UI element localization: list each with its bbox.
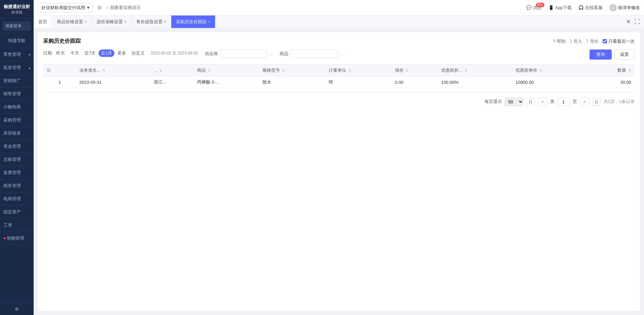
th-unit[interactable]: 计量单位 ⇅: [325, 65, 392, 76]
tab-purchase-history-close[interactable]: ×: [208, 20, 210, 24]
pagination-prev-button[interactable]: ＜: [538, 97, 547, 106]
pagination-page-label: 第: [550, 99, 554, 105]
td-spec: 散水: [259, 76, 325, 88]
goods-input[interactable]: [290, 49, 337, 58]
quick-nav-item[interactable]: 快捷导航: [0, 34, 34, 48]
search-menu-button[interactable]: 搜索菜单: [3, 22, 31, 31]
supplier-input[interactable]: [220, 49, 267, 58]
sidebar-item-label-salary: 工资: [3, 222, 12, 228]
tab-sale-price[interactable]: 售价提取设置 ×: [132, 15, 171, 28]
tab-purchase-strategy[interactable]: 进价策略设置 ×: [92, 15, 132, 28]
online-service-button[interactable]: 🎧 在线客服: [578, 5, 603, 11]
date-btn-custom[interactable]: 自定义: [129, 49, 147, 57]
date-btn-more[interactable]: 更多: [115, 49, 129, 57]
tabs-close-button[interactable]: ✕: [625, 18, 632, 26]
data-table: ⚙ 业务发生... ⇅ ... ⇅ 商品 ⇅: [43, 64, 635, 88]
pagination-last-button[interactable]: ⟩⟩: [592, 98, 601, 106]
online-service-label: 在线客服: [585, 5, 603, 11]
tab-purchase-strategy-close[interactable]: ×: [124, 20, 127, 24]
sidebar-item-salary[interactable]: 工资: [0, 219, 34, 232]
import-icon: ⤵: [570, 39, 572, 44]
query-button[interactable]: 查询: [589, 49, 612, 60]
sidebar-item-smart[interactable]: ●智能管理: [0, 232, 34, 245]
th-qty-label: 数量: [617, 68, 626, 73]
date-btn-last7[interactable]: 近7天: [82, 49, 98, 57]
per-page-select[interactable]: 50 20 100: [505, 98, 524, 106]
supplier-more-button[interactable]: ...: [269, 51, 273, 56]
gear-icon: ⚙: [15, 307, 19, 312]
tab-home[interactable]: 首页: [34, 15, 52, 28]
demo-button[interactable]: ○ 我要看实例演示: [106, 5, 141, 11]
sidebar-item-fixed-assets[interactable]: 固定资产: [0, 206, 34, 219]
settings-button[interactable]: 设置: [614, 49, 635, 60]
tab-purchase-history[interactable]: 采购历史价跟踪 ×: [171, 15, 215, 28]
tabs-expand-button[interactable]: ⛶: [633, 18, 641, 26]
pagination-first-button[interactable]: ⟨⟨: [526, 98, 535, 106]
export-label: 导出: [590, 38, 599, 44]
tab-sale-price-close[interactable]: ×: [164, 20, 166, 24]
sidebar-item-ecommerce-small[interactable]: 小畅电商: [0, 101, 34, 114]
sort-arrows-unit: ⇅: [348, 68, 351, 72]
settings-icon[interactable]: ⚙: [97, 4, 102, 11]
date-btn-yesterday[interactable]: 昨天: [54, 49, 67, 57]
sidebar-item-label-general-ledger: 总账管理: [3, 156, 21, 163]
table-gear-icon[interactable]: ⚙: [46, 67, 51, 73]
pagination-page-input[interactable]: [557, 98, 570, 106]
sidebar-logo: 畅捷通好业财 标准版: [0, 0, 34, 19]
th-discount-pct[interactable]: 优惠前折... ⇅: [438, 65, 512, 76]
sidebar-item-general-ledger[interactable]: 总账管理: [0, 153, 34, 166]
th-quote[interactable]: 报价 ⇅: [392, 65, 438, 76]
sidebar-item-finance[interactable]: 资金管理: [0, 140, 34, 153]
th-biz-date[interactable]: 业务发生... ⇅: [76, 65, 150, 76]
date-filter-group: 日期 昨天 今天 近7天 近1月 更多 自定义 2023-05-02 至 202…: [43, 49, 198, 57]
tab-goods-price-label: 商品价格设置: [57, 19, 83, 25]
quick-nav-button[interactable]: 快捷导航: [0, 36, 34, 46]
tab-goods-price[interactable]: 商品价格设置 ×: [52, 15, 92, 28]
sidebar-item-wholesale[interactable]: 批发管理 ▴: [0, 61, 34, 74]
sidebar-item-label-smart: 智能管理: [7, 236, 24, 241]
sidebar-item-label-finance: 资金管理: [3, 143, 21, 149]
pagination-next-button[interactable]: ＞: [580, 97, 589, 106]
pagination-total: 共1页，1条记录: [604, 99, 635, 105]
tab-purchase-strategy-label: 进价策略设置: [97, 19, 123, 25]
date-btn-last1month[interactable]: 近1月: [99, 49, 114, 57]
tab-goods-price-close[interactable]: ×: [84, 20, 87, 24]
td-gear: [43, 76, 55, 88]
chevron-down-icon: ▾: [87, 5, 90, 10]
sidebar-item-marketing[interactable]: 营销推广: [0, 74, 34, 88]
sidebar-item-inventory[interactable]: 库存核算: [0, 127, 34, 140]
td-pre-discount-price: 10900.00: [512, 76, 588, 88]
sidebar-search-area: 搜索菜单: [0, 19, 34, 34]
only-last-label: 只看最后一次: [608, 38, 635, 44]
logo-subtitle: 标准版: [4, 10, 30, 15]
date-btn-today[interactable]: 今天: [68, 49, 81, 57]
th-qty[interactable]: 数量 ⇅: [588, 65, 635, 76]
goods-more-button[interactable]: ...: [339, 51, 343, 56]
sidebar-item-tax[interactable]: 税务管理: [0, 179, 34, 193]
download-icon: 📱: [548, 5, 554, 10]
table-row: 1 2023-05-31 浙江... 丙烯酸-2-... 散水 吨 0.00 1…: [43, 76, 635, 88]
app-download-button[interactable]: 📱 App下载: [548, 5, 572, 11]
th-spec[interactable]: 规格型号 ⇅: [259, 65, 325, 76]
only-last-checkbox[interactable]: [603, 39, 607, 43]
topbar: 好业财标准版交付试用 ▾ ⚙ ○ 我要看实例演示 💬 消息 99+ 📱 App下…: [34, 0, 644, 15]
import-button[interactable]: ⤵ 导入: [570, 38, 582, 44]
th-more-col[interactable]: ... ⇅: [150, 65, 194, 76]
th-pre-discount-price[interactable]: 优惠前单价 ⇅: [512, 65, 588, 76]
sidebar-settings-button[interactable]: ⚙: [0, 303, 34, 315]
sidebar-item-retail[interactable]: 零售管理 ▾: [0, 48, 34, 61]
sidebar-item-ecommerce[interactable]: 电商管理: [0, 193, 34, 206]
help-button[interactable]: ? 帮助: [553, 38, 566, 44]
th-no: [55, 65, 76, 76]
th-gear: ⚙: [43, 65, 55, 76]
sidebar-item-purchase[interactable]: 采购管理: [0, 114, 34, 127]
sidebar-item-invoice[interactable]: 发票管理: [0, 166, 34, 179]
td-supplier: 浙江...: [150, 76, 194, 88]
user-menu-button[interactable]: U 徐泽华修改: [609, 4, 640, 11]
sidebar-item-label-fixed-assets: 固定资产: [3, 209, 21, 215]
export-button[interactable]: ⤴ 导出: [586, 38, 599, 44]
sidebar-item-sales[interactable]: 销售管理: [0, 88, 34, 101]
messages-button[interactable]: 💬 消息 99+: [526, 5, 542, 11]
version-selector[interactable]: 好业财标准版交付试用 ▾: [38, 3, 93, 12]
th-goods[interactable]: 商品 ⇅: [194, 65, 259, 76]
